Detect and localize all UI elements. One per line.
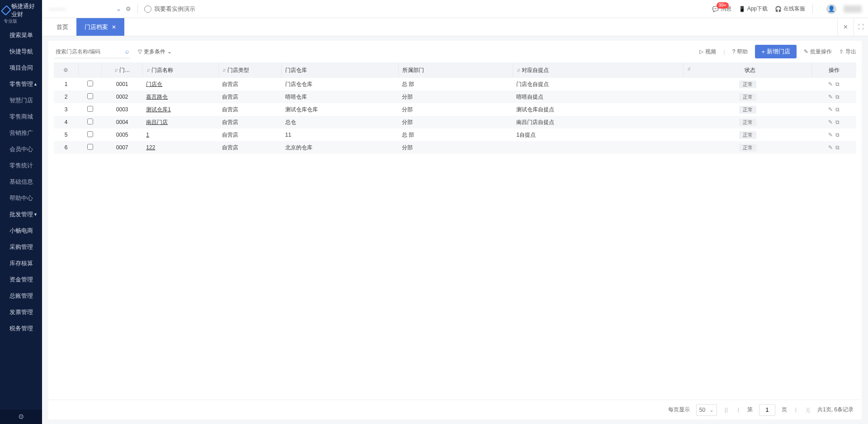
sidebar-item[interactable]: 库存核算 <box>0 255 42 272</box>
dept-header[interactable]: 所属部门 <box>398 62 513 78</box>
video-link[interactable]: ▷ 视频 <box>699 48 716 56</box>
sidebar-item[interactable]: 批发管理▼ <box>0 206 42 223</box>
table-row: 30003测试仓库1自营店测试仓库仓库分部测试仓库自提点正常✎⧉ <box>54 103 856 116</box>
sidebar-subitem[interactable]: 零售统计 <box>0 157 42 174</box>
edit-icon[interactable]: ✎ <box>828 81 833 87</box>
add-store-button[interactable]: + 新增门店 <box>755 45 797 58</box>
table-row: 40004南昌门店自营店总仓分部南昌门店自提点正常✎⧉ <box>54 116 856 129</box>
sidebar-item[interactable]: 资金管理 <box>0 272 42 288</box>
brand-logo: 畅捷通好业财 <box>0 0 42 18</box>
store-name-link[interactable]: 122 <box>146 144 155 151</box>
sidebar-item[interactable]: 快捷导航 <box>0 43 42 60</box>
edit-icon[interactable]: ✎ <box>828 94 833 100</box>
settings-column-header[interactable]: ⚙ <box>54 62 78 78</box>
more-icon[interactable]: ⧉ <box>835 144 840 151</box>
search-input[interactable] <box>54 45 131 58</box>
pickup-header[interactable]: ⇵对应自提点 <box>513 62 683 78</box>
sidebar-subitem[interactable]: 零售商城 <box>0 109 42 125</box>
row-dept: 分部 <box>398 103 513 116</box>
batch-button[interactable]: ✎ 批量操作 <box>804 48 832 56</box>
store-name-link[interactable]: 测试仓库1 <box>146 106 171 113</box>
row-type: 自营店 <box>218 116 282 129</box>
sidebar-item[interactable]: 搜索菜单 <box>0 27 42 43</box>
name-header[interactable]: ⇵门店名称 <box>142 62 218 78</box>
store-name-link[interactable]: 南昌门店 <box>146 119 168 125</box>
type-header[interactable]: ⇵门店类型 <box>218 62 282 78</box>
row-checkbox[interactable] <box>87 119 93 124</box>
store-name-link[interactable]: 嘉言路仓 <box>146 94 168 100</box>
row-index: 5 <box>54 129 78 141</box>
page-input[interactable] <box>759 404 775 416</box>
row-status: 正常 <box>684 116 812 129</box>
sidebar-item[interactable]: 零售管理▲ <box>0 76 42 92</box>
chevron-down-icon: ⌄ <box>167 48 172 55</box>
sidebar-item[interactable]: 总账管理 <box>0 288 42 304</box>
sidebar-item[interactable]: 采购管理 <box>0 239 42 255</box>
sidebar-settings[interactable]: ⚙ <box>0 410 42 424</box>
prev-page-button[interactable]: ⟨ <box>736 407 741 413</box>
row-index: 1 <box>54 78 78 91</box>
status-header[interactable]: ⇵状态 <box>684 62 812 78</box>
sidebar-item[interactable]: 税务管理 <box>0 320 42 337</box>
demo-link[interactable]: 我要看实例演示 <box>144 5 195 13</box>
row-checkbox-cell <box>78 116 102 129</box>
first-page-button[interactable]: |⟨ <box>723 407 730 413</box>
store-name-link[interactable]: 1 <box>146 132 149 138</box>
service-link[interactable]: 🎧 在线客服 <box>775 5 805 13</box>
more-icon[interactable]: ⧉ <box>835 106 840 113</box>
sidebar-item[interactable]: 项目合同 <box>0 60 42 76</box>
messages-link[interactable]: 💬 消息 99+ <box>712 5 731 13</box>
headset-icon: 🎧 <box>775 6 782 12</box>
close-icon[interactable]: ✕ <box>112 24 116 30</box>
export-button[interactable]: ⇧ 导出 <box>839 48 856 56</box>
help-link[interactable]: ? 帮助 <box>732 48 748 56</box>
close-tab-button[interactable]: ✕ <box>837 18 854 36</box>
sidebar-menu: 搜索菜单快捷导航项目合同零售管理▲智慧门店零售商城营销推广会员中心零售统计基础信… <box>0 27 42 410</box>
row-checkbox[interactable] <box>87 131 93 137</box>
warehouse-header[interactable]: 门店仓库 <box>282 62 398 78</box>
per-page-select[interactable]: 50 ⌄ <box>696 404 717 416</box>
row-checkbox[interactable] <box>87 106 93 112</box>
next-page-button[interactable]: ⟩ <box>793 407 798 413</box>
code-header[interactable]: ⇵门… <box>102 62 142 78</box>
sidebar-subitem[interactable]: 智慧门店 <box>0 92 42 109</box>
row-checkbox[interactable] <box>87 93 93 99</box>
more-icon[interactable]: ⧉ <box>835 119 840 125</box>
row-status: 正常 <box>684 141 812 154</box>
fullscreen-button[interactable]: ⛶ <box>854 18 868 36</box>
tab[interactable]: 首页 <box>48 18 76 36</box>
page-summary: 共1页, 6条记录 <box>817 406 854 414</box>
sidebar-subitem[interactable]: 帮助中心 <box>0 190 42 206</box>
tab[interactable]: 门店档案✕ <box>76 18 124 36</box>
avatar[interactable]: 👤 <box>826 4 836 14</box>
row-status: 正常 <box>684 129 812 141</box>
sidebar-subitem[interactable]: 营销推广 <box>0 125 42 141</box>
stores-table: ⚙ ⇵门… ⇵门店名称 ⇵门店类型 门店仓库 所属部门 ⇵对应自提点 ⇵状态 操… <box>54 62 856 154</box>
sidebar-item[interactable]: 小畅电商 <box>0 223 42 239</box>
chevron-down-icon[interactable]: ⌄ <box>116 5 121 12</box>
sidebar-item[interactable]: 发票管理 <box>0 304 42 320</box>
more-icon[interactable]: ⧉ <box>835 81 840 87</box>
store-name-link[interactable]: 门店仓 <box>146 81 162 87</box>
org-settings-icon[interactable]: ⚙ <box>126 5 131 12</box>
content-panel: ⌕ ▽ 更多条件 ⌄ ▷ 视频 | ? 帮助 <box>48 41 862 419</box>
row-ops: ✎⧉ <box>812 103 856 116</box>
table-row: 20002嘉言路仓自营店嘻嘻仓库分部嘻嘻自提点正常✎⧉ <box>54 91 856 103</box>
more-filter-button[interactable]: ▽ 更多条件 ⌄ <box>138 48 172 56</box>
edit-icon[interactable]: ✎ <box>828 106 833 113</box>
download-link[interactable]: 📱 App下载 <box>739 5 768 13</box>
edit-icon[interactable]: ✎ <box>828 132 833 138</box>
edit-icon[interactable]: ✎ <box>828 144 833 151</box>
more-icon[interactable]: ⧉ <box>835 132 840 138</box>
row-checkbox[interactable] <box>87 81 93 86</box>
sidebar-subitem[interactable]: 会员中心 <box>0 141 42 157</box>
row-checkbox[interactable] <box>87 144 93 150</box>
last-page-button[interactable]: ⟩| <box>805 407 811 413</box>
edit-icon[interactable]: ✎ <box>828 119 833 125</box>
row-name: 门店仓 <box>142 78 218 91</box>
row-index: 6 <box>54 141 78 154</box>
checkbox-column-header <box>78 62 102 78</box>
more-icon[interactable]: ⧉ <box>835 94 840 100</box>
sidebar-subitem[interactable]: 基础信息 <box>0 174 42 190</box>
search-icon[interactable]: ⌕ <box>125 48 129 55</box>
